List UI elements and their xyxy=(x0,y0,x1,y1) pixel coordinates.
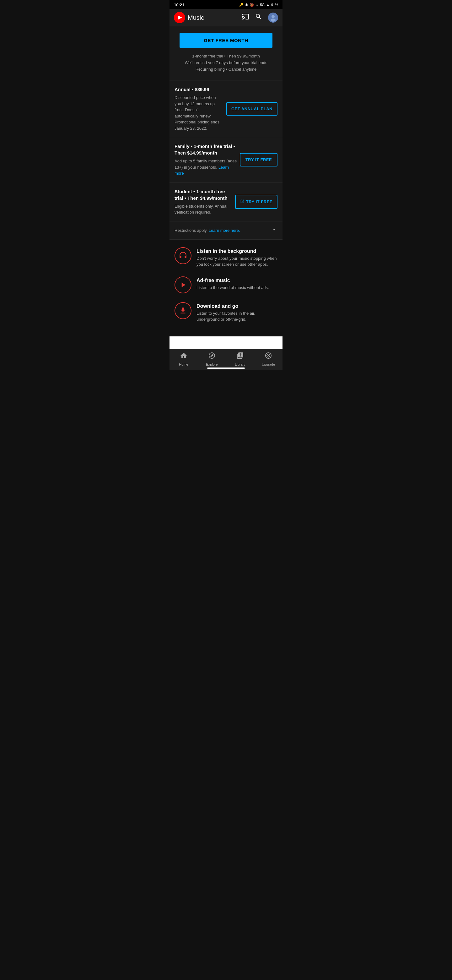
signal-icon: ▲ xyxy=(266,3,270,6)
headphone-icon-circle xyxy=(174,247,192,264)
family-learn-more-link[interactable]: Learn more xyxy=(174,165,229,176)
feature-background-title: Listen in the background xyxy=(197,248,278,254)
family-plan-desc: Add up to 5 family members (ages 13+) in… xyxy=(174,158,237,177)
home-icon xyxy=(180,352,187,361)
student-plan-title: Student • 1-month free trial • Then $4.9… xyxy=(174,188,232,201)
play-icon xyxy=(179,281,187,289)
annual-plan-desc: Discounted price when you buy 12 months … xyxy=(174,95,223,131)
family-plan-title: Family • 1-month free trial • Then $14.9… xyxy=(174,143,237,156)
feature-adfree-text: Ad-free music Listen to the world of mus… xyxy=(197,277,278,291)
feature-adfree-desc: Listen to the world of music without ads… xyxy=(197,285,278,291)
feature-adfree-title: Ad-free music xyxy=(197,278,278,283)
upgrade-icon xyxy=(265,352,272,361)
restrictions-row: Restrictions apply. Learn more here. xyxy=(170,221,282,240)
family-plan-row: Family • 1-month free trial • Then $14.9… xyxy=(170,137,282,183)
feature-download-item: Download and go Listen to your favorites… xyxy=(174,302,278,323)
nav-upgrade[interactable]: Upgrade xyxy=(254,352,282,366)
features-section: Listen in the background Don't worry abo… xyxy=(170,240,282,336)
feature-background-desc: Don't worry about your music stopping wh… xyxy=(197,255,278,267)
cast-icon[interactable] xyxy=(242,13,249,22)
app-title: Music xyxy=(188,14,204,21)
library-icon xyxy=(236,352,244,361)
chevron-down-icon[interactable] xyxy=(271,226,278,234)
feature-background-item: Listen in the background Don't worry abo… xyxy=(174,247,278,267)
explore-icon xyxy=(208,352,216,361)
student-plan-row: Student • 1-month free trial • Then $4.9… xyxy=(170,183,282,221)
status-icons: 🔑 ✱ 🔕 ⊙ 5G ▲ 91% xyxy=(239,3,278,7)
header-actions xyxy=(242,13,278,22)
student-plan-info: Student • 1-month free trial • Then $4.9… xyxy=(174,188,232,215)
feature-download-title: Download and go xyxy=(197,304,278,309)
bluetooth-icon: ✱ xyxy=(245,3,248,7)
app-header: Music xyxy=(170,9,282,26)
svg-point-5 xyxy=(271,19,276,22)
feature-download-text: Download and go Listen to your favorites… xyxy=(197,302,278,323)
free-month-line3: Recurring billing • Cancel anytime xyxy=(174,66,278,73)
download-icon xyxy=(179,307,187,315)
home-indicator xyxy=(207,368,245,369)
feature-background-text: Listen in the background Don't worry abo… xyxy=(197,247,278,267)
free-month-info: 1-month free trial • Then $9.99/month We… xyxy=(174,53,278,73)
annual-plan-row: Annual • $89.99 Discounted price when yo… xyxy=(170,80,282,137)
restrictions-label: Restrictions apply. xyxy=(174,228,209,233)
family-plan-info: Family • 1-month free trial • Then $14.9… xyxy=(174,143,237,177)
get-free-month-button[interactable]: GET FREE MONTH xyxy=(179,33,272,48)
nav-explore-label: Explore xyxy=(206,363,217,366)
restrictions-text: Restrictions apply. Learn more here. xyxy=(174,228,240,233)
nav-upgrade-label: Upgrade xyxy=(262,363,275,366)
plans-section: Annual • $89.99 Discounted price when yo… xyxy=(170,80,282,221)
white-bar xyxy=(170,336,282,349)
yt-music-logo-icon xyxy=(174,12,185,23)
status-time: 10:21 xyxy=(174,3,184,7)
mute-icon: 🔕 xyxy=(249,3,254,7)
external-link-icon xyxy=(240,199,244,204)
feature-download-desc: Listen to your favorites in the air, und… xyxy=(197,310,278,323)
search-icon[interactable] xyxy=(255,13,262,22)
get-annual-plan-button[interactable]: GET ANNUAL PLAN xyxy=(226,102,278,116)
bottom-nav: Home Explore Library Upgrade xyxy=(170,349,282,370)
network-label: 5G xyxy=(260,3,265,6)
download-icon-circle xyxy=(174,302,192,319)
nav-library-label: Library xyxy=(235,363,246,366)
svg-point-4 xyxy=(271,15,274,18)
status-bar: 10:21 🔑 ✱ 🔕 ⊙ 5G ▲ 91% xyxy=(170,0,282,9)
key-icon: 🔑 xyxy=(239,3,244,7)
student-try-free-button[interactable]: TRY IT FREE xyxy=(235,195,278,209)
avatar[interactable] xyxy=(268,13,278,22)
play-icon-circle xyxy=(174,277,192,293)
annual-plan-title: Annual • $89.99 xyxy=(174,86,223,93)
header-logo: Music xyxy=(174,12,204,23)
nav-explore[interactable]: Explore xyxy=(198,352,226,366)
free-month-section: GET FREE MONTH 1-month free trial • Then… xyxy=(170,26,282,80)
nav-library[interactable]: Library xyxy=(226,352,254,366)
headphone-icon xyxy=(179,251,187,260)
annual-plan-info: Annual • $89.99 Discounted price when yo… xyxy=(174,86,223,131)
location-icon: ⊙ xyxy=(255,3,259,7)
nav-home-label: Home xyxy=(179,363,188,366)
battery-label: 91% xyxy=(271,3,278,6)
family-try-free-button[interactable]: TRY IT FREE xyxy=(240,153,278,167)
feature-adfree-item: Ad-free music Listen to the world of mus… xyxy=(174,277,278,293)
nav-home[interactable]: Home xyxy=(170,352,198,366)
free-month-line1: 1-month free trial • Then $9.99/month xyxy=(174,53,278,60)
restrictions-learn-more-link[interactable]: Learn more here. xyxy=(209,228,240,233)
student-plan-desc: Eligible students only. Annual verificat… xyxy=(174,203,232,215)
free-month-line2: We'll remind you 7 days before your tria… xyxy=(174,60,278,66)
